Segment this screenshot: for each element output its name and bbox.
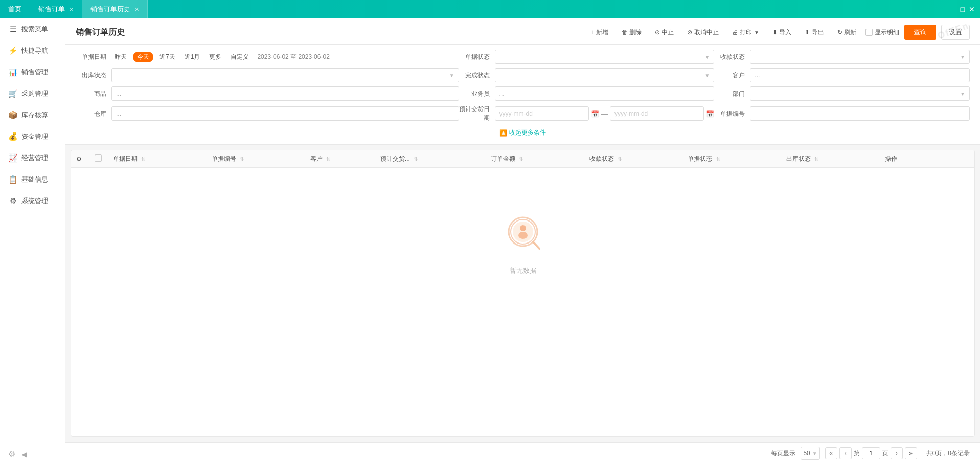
department-select[interactable]: ▼ [750, 86, 970, 101]
th-customer[interactable]: 客户 ⇅ [305, 150, 375, 168]
date-separator: — [601, 110, 608, 118]
delivery-status-select[interactable]: ▼ [111, 68, 459, 82]
th-amount-label: 订单金额 [491, 155, 515, 162]
th-delivery-status-label: 出库状态 [786, 155, 811, 162]
th-date[interactable]: 单据日期 ⇅ [108, 150, 207, 168]
tab-sales-history[interactable]: 销售订单历史 ✕ [82, 0, 148, 18]
tab-sales-order-label: 销售订单 [38, 5, 65, 14]
payment-status-select[interactable]: ▼ [750, 50, 970, 64]
delivery-status-arrow: ▼ [449, 73, 454, 78]
delivery-date-end-input[interactable]: yyyy-mm-dd [610, 106, 704, 121]
th-checkbox[interactable] [89, 150, 108, 168]
tab-home[interactable]: 首页 [0, 0, 30, 18]
calendar-end-icon[interactable]: 📅 [706, 110, 714, 118]
close-button[interactable]: ✕ [969, 5, 975, 13]
th-payment-status[interactable]: 收款状态 ⇅ [584, 150, 683, 168]
sidebar-item-operation[interactable]: 📈 经营管理 [0, 147, 65, 169]
sidebar-collapse-icon[interactable]: ◀ [21, 450, 27, 458]
collapse-row[interactable]: 🔼 收起更多条件 [76, 126, 970, 139]
sidebar-item-system[interactable]: ⚙ 系统管理 [0, 190, 65, 212]
sidebar-label-system: 系统管理 [21, 196, 48, 206]
display-label: 显示明细 [875, 28, 899, 37]
page-size-arrow: ▼ [812, 451, 817, 456]
sidebar-item-basics[interactable]: 📋 基础信息 [0, 169, 65, 190]
quicknav-icon: ⚡ [8, 46, 17, 55]
salesperson-section: 业务员 ... [459, 86, 715, 101]
customer-label: 客户 [714, 71, 750, 80]
display-checkbox[interactable] [865, 29, 873, 36]
warehouse-input[interactable]: ... [111, 106, 459, 121]
column-settings-icon[interactable]: ⚙ [76, 156, 82, 163]
delivery-date-start-input[interactable]: yyyy-mm-dd [495, 106, 589, 121]
new-button[interactable]: + 新增 [586, 26, 612, 39]
sort-delivery-icon: ⇅ [814, 156, 818, 162]
warehouse-dots: ... [116, 110, 121, 117]
refresh-button[interactable]: ↻ 刷新 [833, 26, 860, 39]
date-range-text: 2023-06-02 至 2023-06-02 [257, 53, 329, 61]
tab-sales-order-close[interactable]: ✕ [69, 6, 74, 13]
sidebar-item-sales[interactable]: 📊 销售管理 [0, 61, 65, 83]
payment-status-arrow: ▼ [960, 54, 965, 60]
page-size-select[interactable]: 50 ▼ [801, 447, 819, 460]
date-tab-today[interactable]: 今天 [133, 52, 153, 62]
th-delivery-status[interactable]: 出库状态 ⇅ [781, 150, 880, 168]
search-menu-icon: ☰ [8, 25, 17, 34]
th-delivery-date[interactable]: 预计交货... ⇅ [375, 150, 486, 168]
print-button[interactable]: 🖨 打印 ▼ [728, 26, 763, 39]
next-page-button[interactable]: › [891, 447, 903, 459]
settings-button[interactable]: 设置 [941, 25, 970, 40]
first-page-button[interactable]: « [825, 447, 837, 459]
header-actions: + 新增 🗑 删除 ⊘ 中止 ⊘ 取消中止 🖨 打印 ▼ ⬇ 导入 ⬆ 导出 ↻… [586, 25, 970, 40]
import-button[interactable]: ⬇ 导入 [768, 26, 795, 39]
bill-status-select[interactable]: ▼ [495, 50, 715, 64]
minimize-button[interactable]: — [949, 5, 956, 13]
sidebar-item-quicknav[interactable]: ⚡ 快捷导航 [0, 40, 65, 61]
th-bill-status-label: 单据状态 [688, 155, 712, 162]
complete-status-select[interactable]: ▼ [495, 68, 715, 82]
bill-number-input[interactable] [750, 106, 970, 121]
sidebar-item-search[interactable]: ☰ 搜索菜单 [0, 18, 65, 40]
department-label: 部门 [714, 90, 750, 98]
sort-payment-icon: ⇅ [618, 156, 622, 162]
last-page-button[interactable]: » [905, 447, 917, 459]
bill-status-arrow: ▼ [704, 54, 710, 60]
tab-sales-order[interactable]: 销售订单 ✕ [30, 0, 82, 18]
display-toggle[interactable]: 显示明细 [865, 28, 899, 37]
empty-state: 暂无数据 [71, 168, 974, 316]
page-header: 销售订单历史 + 新增 🗑 删除 ⊘ 中止 ⊘ 取消中止 🖨 打印 ▼ ⬇ 导入… [65, 18, 980, 45]
customer-section: 客户 ... [714, 68, 970, 82]
th-number[interactable]: 单据编号 ⇅ [207, 150, 305, 168]
tab-sales-history-close[interactable]: ✕ [134, 6, 139, 13]
bill-status-label: 单据状态 [459, 53, 495, 61]
page-input[interactable] [862, 447, 880, 459]
maximize-button[interactable]: □ [961, 5, 965, 13]
department-section: 部门 ▼ [714, 86, 970, 101]
query-button[interactable]: 查询 [904, 25, 936, 40]
sidebar-item-finance[interactable]: 💰 资金管理 [0, 126, 65, 147]
prev-page-button[interactable]: ‹ [839, 447, 852, 459]
sidebar-settings-icon[interactable]: ⚙ [8, 449, 15, 459]
th-amount[interactable]: 订单金额 ⇅ [486, 150, 584, 168]
delete-button[interactable]: 🗑 删除 [618, 26, 646, 39]
select-all-checkbox[interactable] [95, 154, 102, 162]
sidebar-item-inventory[interactable]: 📦 库存核算 [0, 104, 65, 126]
goods-input[interactable]: ... [111, 86, 459, 101]
finance-icon: 💰 [8, 132, 17, 141]
date-tab-custom[interactable]: 自定义 [227, 52, 252, 62]
th-bill-status[interactable]: 单据状态 ⇅ [682, 150, 781, 168]
calendar-start-icon[interactable]: 📅 [591, 110, 599, 118]
customer-input[interactable]: ... [750, 68, 970, 82]
date-tab-yesterday[interactable]: 昨天 [111, 52, 130, 62]
th-settings[interactable]: ⚙ [71, 150, 89, 168]
stop-button[interactable]: ⊘ 中止 [651, 26, 678, 39]
sidebar-item-purchase[interactable]: 🛒 采购管理 [0, 83, 65, 104]
sales-icon: 📊 [8, 68, 17, 77]
date-tab-1month[interactable]: 近1月 [181, 52, 203, 62]
th-date-label: 单据日期 [113, 155, 138, 162]
export-button[interactable]: ⬆ 导出 [801, 26, 828, 39]
date-filter-value: 昨天 今天 近7天 近1月 更多 自定义 2023-06-02 至 2023-0… [111, 52, 459, 62]
cancel-stop-button[interactable]: ⊘ 取消中止 [683, 26, 722, 39]
date-tab-7days[interactable]: 近7天 [156, 52, 178, 62]
date-tab-more[interactable]: 更多 [206, 52, 224, 62]
salesperson-input[interactable]: ... [495, 86, 715, 101]
